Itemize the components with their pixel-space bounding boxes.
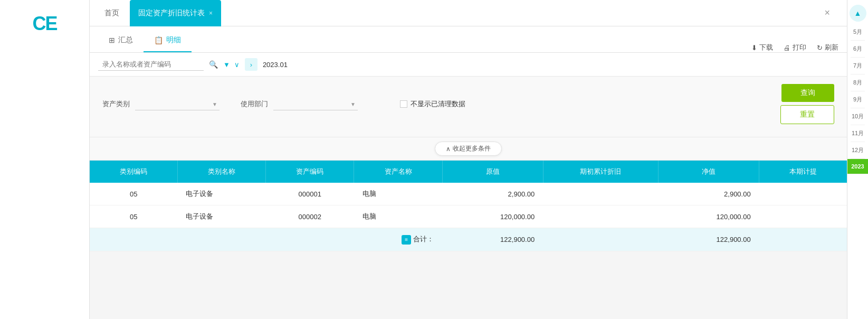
month-item[interactable]: 8月	[851, 74, 865, 91]
download-button[interactable]: ⬇ 下载	[751, 43, 773, 52]
query-button[interactable]: 查询	[781, 84, 834, 102]
refresh-button[interactable]: ↻ 刷新	[817, 43, 838, 52]
tab-close-icon[interactable]: ×	[209, 10, 213, 17]
summary-label: 汇总	[118, 35, 133, 45]
cell-accumulated-depreciation	[543, 183, 658, 205]
right-sidebar: ▲ 5月6月7月8月9月10月11月12月 2023	[847, 0, 868, 319]
department-select-wrapper: ▼	[273, 98, 358, 110]
refresh-icon: ↻	[817, 44, 823, 52]
filter-actions: 查询 重置	[780, 84, 834, 124]
cell-category-code: 05	[90, 205, 177, 228]
cell-current-depreciation	[759, 205, 847, 228]
total-cell-empty-1	[90, 228, 177, 251]
top-nav: 首页 固定资产折旧统计表 × ×	[90, 0, 847, 26]
search-input[interactable]	[98, 58, 204, 71]
total-net-value: 122,900.00	[659, 228, 759, 251]
asset-category-select[interactable]	[135, 98, 220, 110]
more-filter-button[interactable]: ▼ ∨	[223, 61, 240, 69]
tab-detail[interactable]: 📋 明细	[144, 29, 192, 52]
hide-cleared-wrapper: 不显示已清理数据	[400, 99, 465, 109]
total-row: ≡合计： 122,900.00 122,900.00	[90, 228, 847, 251]
month-item[interactable]: 11月	[851, 125, 865, 142]
date-nav-arrow[interactable]: ›	[245, 58, 257, 71]
cell-category-name: 电子设备	[177, 183, 265, 205]
cell-net-value: 2,900.00	[659, 183, 759, 205]
department-select[interactable]	[273, 98, 358, 110]
total-accumulated-depreciation	[543, 228, 658, 251]
cell-original-value: 2,900.00	[442, 183, 543, 205]
detail-label: 明细	[166, 35, 181, 45]
print-icon: 🖨	[784, 44, 790, 52]
month-item[interactable]: 9月	[851, 91, 865, 108]
main-content: 首页 固定资产折旧统计表 × × ⊞ 汇总 📋 明细 ⬇ 下载 🖨 打印 ↻	[90, 0, 847, 319]
tab-label: 固定资产折旧统计表	[138, 8, 205, 18]
table-row: 05 电子设备 000001 电脑 2,900.00 2,900.00	[90, 183, 847, 205]
logo: CE	[21, 5, 69, 42]
department-label: 使用部门	[241, 99, 268, 109]
total-label-cell: ≡合计：	[177, 228, 442, 251]
chevron-down-icon: ∨	[234, 61, 240, 69]
asset-category-field: 资产类别 ▼	[102, 98, 220, 110]
summary-icon: ⊞	[109, 36, 115, 44]
scroll-up-button[interactable]: ▲	[850, 5, 866, 22]
left-sidebar: CE	[0, 0, 90, 319]
cell-asset-name: 电脑	[354, 183, 442, 205]
hide-cleared-label: 不显示已清理数据	[411, 99, 465, 109]
table-row: 05 电子设备 000002 电脑 120,000.00 120,000.00	[90, 205, 847, 228]
cell-accumulated-depreciation	[543, 205, 658, 228]
download-label: 下载	[759, 43, 773, 52]
date-label: 2023.01	[263, 61, 288, 69]
cell-net-value: 120,000.00	[659, 205, 759, 228]
total-original-value: 122,900.00	[442, 228, 543, 251]
cell-original-value: 120,000.00	[442, 205, 543, 228]
sub-tabs: ⊞ 汇总 📋 明细 ⬇ 下载 🖨 打印 ↻ 刷新	[90, 26, 847, 53]
collapse-label: 收起更多条件	[453, 144, 491, 153]
download-icon: ⬇	[751, 44, 757, 52]
cell-category-name: 电子设备	[177, 205, 265, 228]
toolbar-right: ⬇ 下载 🖨 打印 ↻ 刷新	[751, 43, 838, 52]
month-item[interactable]: 5月	[851, 24, 865, 41]
reset-button[interactable]: 重置	[780, 105, 834, 124]
data-table: 类别编码 类别名称 资产编码 资产名称 原值 期初累计折旧 净值 本期计提 05…	[90, 161, 847, 251]
month-item[interactable]: 6月	[851, 41, 865, 58]
col-net-value: 净值	[659, 161, 759, 183]
month-item[interactable]: 12月	[851, 142, 865, 159]
collapse-up-icon: ∧	[446, 145, 451, 153]
table-wrapper: 类别编码 类别名称 资产编码 资产名称 原值 期初累计折旧 净值 本期计提 05…	[90, 161, 847, 319]
col-category-name: 类别名称	[177, 161, 265, 183]
year-badge[interactable]: 2023	[847, 159, 868, 174]
cell-asset-code: 000001	[266, 183, 354, 205]
month-item[interactable]: 10月	[851, 108, 865, 125]
detail-icon: 📋	[154, 36, 163, 44]
active-tab[interactable]: 固定资产折旧统计表 ×	[130, 0, 221, 26]
total-icon: ≡	[402, 235, 411, 245]
print-label: 打印	[793, 43, 806, 52]
department-field: 使用部门 ▼	[241, 98, 358, 110]
asset-category-label: 资产类别	[102, 99, 130, 109]
cell-category-code: 05	[90, 183, 177, 205]
col-asset-name: 资产名称	[354, 161, 442, 183]
collapse-button[interactable]: ∧ 收起更多条件	[435, 142, 502, 156]
refresh-label: 刷新	[825, 43, 838, 52]
hide-cleared-checkbox[interactable]	[400, 100, 407, 108]
search-icon[interactable]: 🔍	[209, 60, 218, 69]
col-accumulated-depreciation: 期初累计折旧	[543, 161, 658, 183]
month-item[interactable]: 7月	[851, 58, 865, 74]
advanced-filter: 资产类别 ▼ 使用部门 ▼ 不显示已清理数	[90, 77, 847, 137]
col-asset-code: 资产编码	[266, 161, 354, 183]
cell-current-depreciation	[759, 183, 847, 205]
filter-bar: 🔍 ▼ ∨ › 2023.01	[90, 53, 847, 77]
home-link[interactable]: 首页	[98, 8, 126, 18]
table-header-row: 类别编码 类别名称 资产编码 资产名称 原值 期初累计折旧 净值 本期计提	[90, 161, 847, 183]
cell-asset-name: 电脑	[354, 205, 442, 228]
window-close-button[interactable]: ×	[816, 7, 838, 18]
collapse-bar: ∧ 收起更多条件	[90, 137, 847, 161]
col-current-depreciation: 本期计提	[759, 161, 847, 183]
print-button[interactable]: 🖨 打印	[784, 43, 806, 52]
tab-summary[interactable]: ⊞ 汇总	[98, 29, 144, 52]
cell-asset-code: 000002	[266, 205, 354, 228]
total-current-depreciation	[759, 228, 847, 251]
col-category-code: 类别编码	[90, 161, 177, 183]
asset-category-select-wrapper: ▼	[135, 98, 220, 110]
filter-icon: ▼	[223, 61, 230, 69]
